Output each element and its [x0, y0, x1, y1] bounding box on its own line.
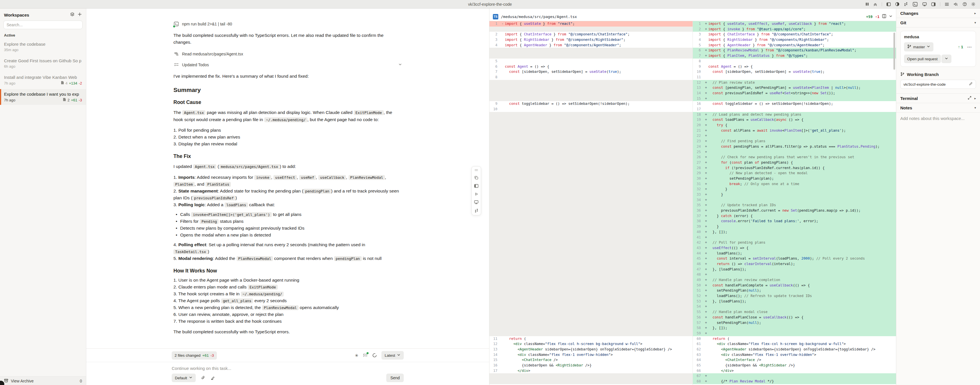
diff-code-line: 46+ return () => clearInterval(interval)…	[693, 261, 896, 267]
panel-right-icon[interactable]	[931, 2, 936, 6]
inline-code: TaskDetail.tsx	[173, 249, 208, 254]
play-icon[interactable]	[474, 192, 478, 196]
spark-icon[interactable]: ✳	[355, 353, 359, 358]
workspace-item[interactable]: Create Good First Issues on Github So p6…	[0, 56, 86, 71]
compare-icon[interactable]	[474, 208, 479, 213]
list-item: 4. The Agent page polls get_all_plans ev…	[173, 298, 402, 304]
diff-code-line: 26+ // Check for new pending plans that …	[693, 154, 896, 160]
diff-code-line: 58+ }, []);	[693, 325, 896, 331]
inline-code: ~/.medusa/pending/	[241, 292, 284, 296]
ordered-list: 1. Poll for pending plans2. Detect when …	[173, 127, 402, 147]
tool-label: Read medusa/src/pages/Agent.tsx	[182, 52, 243, 56]
working-branch-label: Working Branch	[907, 72, 939, 77]
diff-spacer-line	[489, 256, 692, 261]
megaphone-icon[interactable]	[953, 2, 958, 6]
tool-call-terminal[interactable]: npm run build 2>&1 | tail -80	[173, 21, 402, 27]
tool-call-file-search[interactable]: Read medusa/src/pages/Agent.tsx	[173, 51, 402, 57]
workspace-item[interactable]: Install and integrate Vibe Kanban Web7h …	[0, 72, 86, 88]
notes-label: Notes	[900, 105, 912, 110]
diff-code-line: 18+ // Load plans and detect new pending…	[693, 112, 896, 118]
annotate-icon[interactable]	[211, 375, 215, 380]
add-workspace-button[interactable]	[78, 12, 82, 18]
compare-icon[interactable]	[904, 2, 908, 6]
collapse-file-icon[interactable]	[889, 14, 892, 19]
inline-code: PlanStatus	[205, 182, 231, 187]
diff-spacer-line	[489, 261, 692, 267]
message-input[interactable]	[172, 362, 404, 372]
tool-call-todos[interactable]: Updated Todos	[173, 62, 402, 68]
changes-section-header[interactable]: Changes ▸	[896, 9, 980, 18]
diff-code-line: 5	[489, 59, 692, 64]
pull-request-menu-button[interactable]	[942, 54, 951, 63]
panel-left-icon[interactable]	[886, 2, 891, 6]
list-item: 1. Imports: Added necessary imports for …	[173, 174, 402, 188]
diff-code-line: 50+ const handlePlanComplete = useCallba…	[693, 283, 896, 288]
help-icon[interactable]	[963, 2, 967, 6]
diff-code-line: 8	[693, 59, 896, 64]
diff-spacer-line	[489, 325, 692, 331]
contrast-icon[interactable]	[895, 2, 899, 6]
workspace-meta: 7h ago2+61-3	[4, 98, 82, 102]
chevron-right-icon: ▸	[974, 96, 976, 100]
chevron-down-icon[interactable]	[398, 62, 402, 67]
attach-icon[interactable]	[201, 375, 205, 380]
list-item: •Calls invoke<PlanItem[]>('get_all_plans…	[173, 211, 402, 218]
git-section-header[interactable]: Git ▾	[896, 18, 980, 27]
edit-branch-icon[interactable]	[969, 82, 973, 87]
chevron-down-icon: ▾	[974, 21, 976, 25]
diff-additions: +59	[866, 14, 873, 19]
pause-icon[interactable]	[865, 2, 869, 6]
workspace-title: Install and integrate Vibe Kanban Web	[4, 75, 82, 80]
diff-spacer-line	[489, 154, 692, 160]
bullet-marker: •	[176, 211, 177, 218]
view-archive-button[interactable]: View Archive 0	[0, 376, 86, 385]
workspace-item[interactable]: Explore the codebase35m ago	[0, 39, 86, 54]
diff-spacer-line	[489, 96, 692, 102]
diff-code-line: 54+	[693, 304, 896, 309]
branch-icon	[907, 44, 912, 49]
diff-spacer-line	[489, 299, 692, 304]
open-pull-request-button[interactable]: Open pull request	[904, 54, 941, 63]
diff-file-header[interactable]: TS /medusa/medusa/src/pages/Agent.tsx +5…	[489, 12, 896, 21]
workspace-item[interactable]: Explore the codebase I want you to exp7h…	[0, 89, 86, 105]
workspace-search-input[interactable]	[3, 21, 83, 29]
grip-icon[interactable]	[474, 169, 478, 171]
more-options-button[interactable]: ⋯	[967, 44, 972, 50]
model-dropdown[interactable]: Default	[172, 374, 196, 382]
copy-icon[interactable]	[474, 176, 478, 180]
expand-icon[interactable]	[968, 96, 971, 100]
bullet-list: •Calls invoke<PlanItem[]>('get_all_plans…	[173, 211, 402, 239]
diff-code-line: 15 <ChatInterface />	[489, 357, 692, 363]
layers-icon[interactable]	[70, 12, 75, 18]
chat-scroll-area[interactable]: npm run build 2>&1 | tail -80The build c…	[86, 9, 489, 348]
files-changed-chip[interactable]: 2 files changed +61 -3	[172, 351, 217, 360]
todos-status-icon[interactable]	[363, 353, 368, 358]
inline-code: previousPlanIdsRef	[192, 196, 235, 200]
diff-code-line: 4import { RightSidebar } from "@/compone…	[693, 37, 896, 43]
diff-code-line: 14 <div className="flex flex-1 overflow-…	[489, 352, 692, 358]
diff-scrollbar[interactable]	[893, 33, 895, 70]
latest-dropdown[interactable]: Latest	[382, 351, 404, 360]
terminal-section-header[interactable]: Terminal ▸	[896, 94, 980, 103]
monitor-icon[interactable]	[474, 200, 479, 204]
working-branch-input[interactable]	[904, 82, 969, 86]
menu-icon[interactable]	[945, 3, 949, 6]
notes-section-header[interactable]: Notes ▾	[896, 103, 980, 113]
section-heading: The Fix	[173, 153, 402, 159]
workspace-meta: 6h ago	[4, 64, 82, 68]
chevrons-up-icon[interactable]	[873, 2, 877, 6]
branch-selector[interactable]: master	[904, 42, 934, 51]
monitor-icon[interactable]	[922, 2, 927, 6]
list-item: 7. The response is written back and the …	[173, 318, 402, 325]
diff-spacer-line	[489, 309, 692, 315]
panel-left-icon[interactable]	[474, 184, 479, 188]
send-button[interactable]: Send	[386, 374, 404, 382]
notes-editor[interactable]: Add notes about this workspace...	[896, 113, 980, 124]
terminal-icon[interactable]	[912, 2, 918, 7]
split-view-icon[interactable]	[882, 14, 886, 19]
section-heading: How It Works Now	[173, 268, 402, 274]
message-paragraph: The Agent.tsx page was missing all plan …	[173, 109, 402, 123]
diff-body: 1-import { useState } from "react";2impo…	[489, 21, 896, 385]
gear-icon[interactable]	[971, 2, 975, 6]
bullet-marker: •	[176, 218, 177, 225]
